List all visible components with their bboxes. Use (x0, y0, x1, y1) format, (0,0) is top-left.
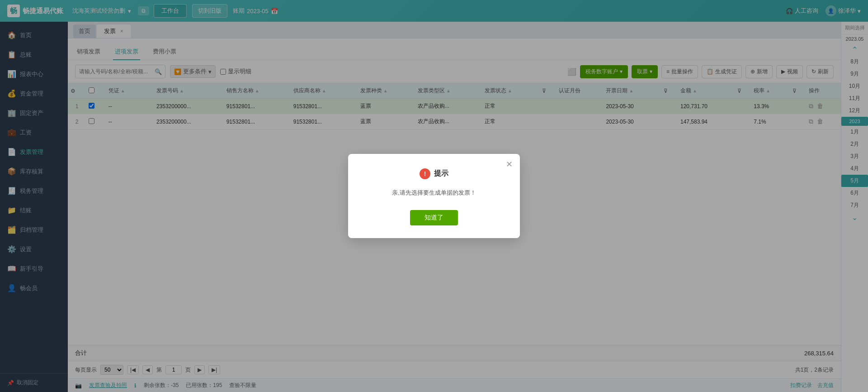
modal-message: 亲,请先选择要生成单据的发票！ (364, 188, 504, 198)
modal-close-button[interactable]: ✕ (506, 159, 513, 169)
modal-title-row: ! 提示 (364, 168, 504, 179)
modal-confirm-button[interactable]: 知道了 (410, 210, 458, 225)
modal-box: ✕ ! 提示 亲,请先选择要生成单据的发票！ 知道了 (348, 154, 520, 239)
warning-icon: ! (420, 168, 430, 179)
modal-title: 提示 (434, 169, 448, 178)
modal-overlay: ✕ ! 提示 亲,请先选择要生成单据的发票！ 知道了 (0, 0, 868, 392)
